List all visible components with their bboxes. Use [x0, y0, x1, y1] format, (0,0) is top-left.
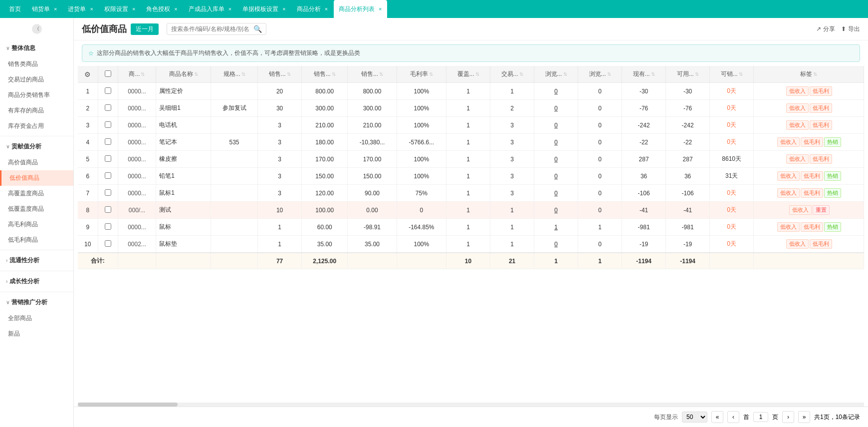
col-sellable[interactable]: 可销...⇅ — [710, 66, 754, 83]
close-icon[interactable]: × — [325, 6, 328, 12]
sidebar-item-high-coverage[interactable]: 高覆盖度商品 — [0, 186, 73, 201]
close-icon[interactable]: × — [228, 6, 231, 12]
sidebar-section-contribution[interactable]: ∨ 贡献值分析 — [0, 138, 73, 155]
row-view1[interactable]: 0 — [534, 100, 578, 117]
select-all-checkbox[interactable] — [105, 70, 111, 77]
row-view1[interactable]: 1 — [534, 219, 578, 236]
sidebar-collapse-btn[interactable]: 《 — [32, 24, 42, 34]
table-row: 10 0002... 鼠标垫 1 35.00 35.00 100% 1 1 0 … — [78, 236, 864, 253]
close-icon[interactable]: × — [54, 6, 57, 12]
col-trade[interactable]: 交易...⇅ — [490, 66, 534, 83]
sidebar-section-marketing[interactable]: ∨ 营销推广分析 — [0, 294, 73, 311]
col-gear[interactable]: ⚙ — [78, 66, 98, 83]
nav-purchase-order[interactable]: 进货单 × — [63, 0, 98, 18]
row-checkbox[interactable] — [98, 151, 118, 168]
nav-home[interactable]: 首页 — [4, 0, 26, 18]
row-margin: 100% — [397, 236, 446, 253]
table-container[interactable]: ⚙ 商...⇅ 商品名称⇅ 规格...⇅ 销售...⇅ 销售...⇅ 销售...… — [74, 66, 868, 403]
sidebar-item-high-profit[interactable]: 高毛利商品 — [0, 217, 73, 232]
sidebar-item-sales-products[interactable]: 销售类商品 — [0, 56, 73, 72]
last-page-btn[interactable]: » — [798, 411, 810, 423]
sidebar-section-growth[interactable]: › 成长性分析 — [0, 273, 73, 290]
col-amount[interactable]: 销售...⇅ — [302, 66, 348, 83]
row-available: -22 — [666, 134, 710, 151]
col-name[interactable]: 商品名称⇅ — [156, 66, 211, 83]
close-icon[interactable]: × — [132, 6, 135, 12]
horizontal-scrollbar[interactable] — [78, 403, 864, 407]
close-icon[interactable]: × — [379, 6, 382, 12]
nav-product-analysis-list[interactable]: 商品分析列表 × — [334, 0, 387, 18]
search-icon[interactable]: 🔍 — [253, 25, 262, 33]
close-icon[interactable]: × — [282, 6, 285, 12]
col-profit[interactable]: 销售...⇅ — [348, 66, 397, 83]
sidebar-item-low-value[interactable]: 低价值商品 — [0, 170, 73, 186]
sidebar-item-traded-products[interactable]: 交易过的商品 — [0, 72, 73, 87]
row-view1[interactable]: 0 — [534, 151, 578, 168]
row-qty: 30 — [258, 100, 302, 117]
sidebar-item-inventory-capital[interactable]: 库存资金占用 — [0, 118, 73, 134]
page-number-input[interactable] — [753, 412, 768, 422]
nav-product-in[interactable]: 产成品入库单 × — [184, 0, 236, 18]
col-current[interactable]: 现有...⇅ — [622, 66, 666, 83]
row-view1[interactable]: 0 — [534, 185, 578, 202]
row-no: 1 — [78, 83, 98, 100]
nav-sales-order[interactable]: 销货单 × — [27, 0, 62, 18]
sidebar-item-high-value[interactable]: 高价值商品 — [0, 155, 73, 170]
col-qty[interactable]: 销售...⇅ — [258, 66, 302, 83]
row-checkbox[interactable] — [98, 100, 118, 117]
close-icon[interactable]: × — [90, 6, 93, 12]
row-trade: 3 — [490, 134, 534, 151]
row-checkbox[interactable] — [98, 219, 118, 236]
page-size-select[interactable]: 50 100 200 — [682, 412, 707, 423]
nav-role-auth[interactable]: 角色授权 × — [141, 0, 182, 18]
prev-page-btn[interactable]: ‹ — [727, 411, 739, 423]
col-available[interactable]: 可用...⇅ — [666, 66, 710, 83]
col-checkbox[interactable] — [98, 66, 118, 83]
col-margin[interactable]: 毛利率⇅ — [397, 66, 446, 83]
first-page-btn[interactable]: « — [711, 411, 723, 423]
row-checkbox[interactable] — [98, 185, 118, 202]
sidebar-item-low-coverage[interactable]: 低覆盖度商品 — [0, 201, 73, 217]
sidebar-item-category-sales-rate[interactable]: 商品分类销售率 — [0, 87, 73, 103]
sidebar-section-overall[interactable]: ∨ 整体信息 — [0, 40, 73, 56]
nav-permission[interactable]: 权限设置 × — [99, 0, 140, 18]
col-spec[interactable]: 规格...⇅ — [211, 66, 257, 83]
sidebar-item-all-products[interactable]: 全部商品 — [0, 311, 73, 326]
row-view1[interactable]: 0 — [534, 83, 578, 100]
row-checkbox[interactable] — [98, 83, 118, 100]
sidebar-item-low-profit[interactable]: 低毛利商品 — [0, 232, 73, 248]
row-checkbox[interactable] — [98, 117, 118, 134]
col-view1[interactable]: 浏览...⇅ — [534, 66, 578, 83]
search-input[interactable] — [171, 25, 251, 32]
export-button[interactable]: ⬆ 导出 — [841, 25, 860, 33]
sidebar-section-circulation[interactable]: › 流通性分析 — [0, 252, 73, 269]
col-code[interactable]: 商...⇅ — [118, 66, 156, 83]
next-page-btn[interactable]: › — [782, 411, 794, 423]
row-view1[interactable]: 0 — [534, 134, 578, 151]
nav-template-setting[interactable]: 单据模板设置 × — [237, 0, 290, 18]
scrollbar-thumb[interactable] — [78, 403, 178, 407]
filter-recent-month-btn[interactable]: 近一月 — [131, 23, 159, 35]
row-view1[interactable]: 0 — [534, 236, 578, 253]
row-margin: -164.85% — [397, 219, 446, 236]
nav-product-analysis[interactable]: 商品分析 × — [292, 0, 333, 18]
row-code: 0000... — [118, 185, 156, 202]
row-checkbox[interactable] — [98, 168, 118, 185]
row-margin: 100% — [397, 168, 446, 185]
col-tags[interactable]: 标签⇅ — [754, 66, 864, 83]
settings-icon[interactable]: ⚙ — [84, 70, 91, 78]
share-button[interactable]: ↗ 分享 — [816, 25, 835, 33]
close-icon[interactable]: × — [174, 6, 177, 12]
row-checkbox[interactable] — [98, 202, 118, 219]
row-view1[interactable]: 0 — [534, 117, 578, 134]
row-view1[interactable]: 0 — [534, 202, 578, 219]
sidebar-item-new-products[interactable]: 新品 — [0, 326, 73, 342]
row-view1[interactable]: 0 — [534, 168, 578, 185]
col-view2[interactable]: 浏览...⇅ — [578, 66, 622, 83]
row-checkbox[interactable] — [98, 134, 118, 151]
row-checkbox[interactable] — [98, 236, 118, 253]
sidebar-item-stocked-products[interactable]: 有库存的商品 — [0, 103, 73, 118]
product-tag: 低毛利 — [810, 120, 832, 130]
col-coverage[interactable]: 覆盖...⇅ — [446, 66, 490, 83]
row-spec — [211, 151, 257, 168]
